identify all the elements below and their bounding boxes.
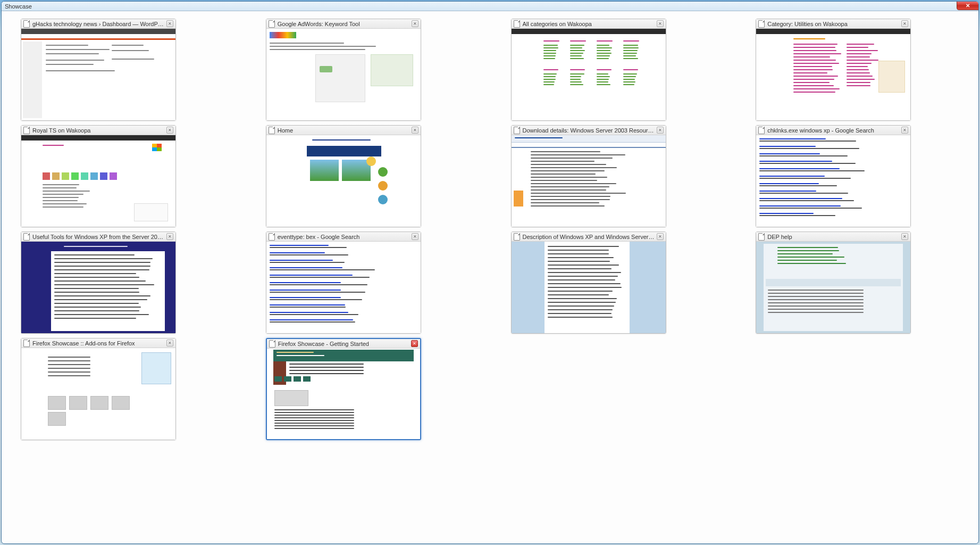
window-title: Showcase (4, 3, 976, 10)
page-icon (269, 127, 275, 134)
page-icon (23, 233, 30, 241)
thumbnail-header: chklnks.exe windows xp - Google Search✕ (756, 126, 910, 135)
thumbnail-header: All categories on Wakoopa✕ (512, 19, 666, 29)
page-icon (758, 127, 765, 134)
thumbnail-title: Description of Windows XP and Windows Se… (523, 234, 655, 240)
thumbnail-close-button[interactable]: ✕ (901, 233, 908, 240)
thumbnail-close-button[interactable]: ✕ (412, 127, 418, 134)
thumbnail-header: gHacks technology news › Dashboard — Wor… (21, 19, 175, 29)
thumbnail-header: Description of Windows XP and Windows Se… (512, 232, 666, 242)
thumbnail-preview (756, 29, 910, 120)
thumbnail-header: Firefox Showcase :: Add-ons for Firefox✕ (21, 338, 175, 348)
thumbnail-title: Firefox Showcase - Getting Started (278, 341, 409, 347)
page-icon (23, 20, 30, 28)
tab-thumbnail[interactable]: Firefox Showcase - Getting Started✕ (266, 338, 421, 440)
thumbnail-preview (21, 348, 175, 440)
thumbnail-header: DEP help✕ (756, 232, 910, 242)
page-icon (758, 20, 765, 28)
thumbnail-title: All categories on Wakoopa (523, 21, 655, 27)
page-icon (514, 233, 520, 241)
thumbnail-title: DEP help (767, 234, 900, 240)
thumbnail-close-button[interactable]: ✕ (166, 340, 173, 346)
page-icon (269, 20, 275, 28)
thumbnail-header: Useful Tools for Windows XP from the Ser… (21, 232, 175, 242)
thumbnail-preview (266, 242, 421, 333)
thumbnail-close-button[interactable]: ✕ (166, 127, 173, 134)
thumbnail-close-button[interactable]: ✕ (657, 20, 664, 27)
thumbnail-header: Firefox Showcase - Getting Started✕ (267, 339, 420, 349)
tab-thumbnail[interactable]: Description of Windows XP and Windows Se… (511, 232, 666, 334)
thumbnail-header: Home✕ (266, 126, 421, 135)
thumbnail-title: Category: Utilities on Wakoopa (767, 21, 900, 27)
window-close-button[interactable]: ✕ (957, 1, 979, 10)
thumbnail-preview (756, 242, 910, 333)
tab-thumbnail[interactable]: Useful Tools for Windows XP from the Ser… (21, 232, 176, 334)
thumbnail-preview (512, 242, 666, 333)
thumbnail-preview (756, 135, 910, 227)
page-icon (758, 233, 765, 241)
thumbnail-preview (266, 135, 421, 227)
tab-thumbnail[interactable]: gHacks technology news › Dashboard — Wor… (21, 19, 176, 121)
thumbnail-title: Firefox Showcase :: Add-ons for Firefox (32, 340, 165, 346)
thumbnail-preview (21, 135, 175, 227)
thumbnail-header: Royal TS on Wakoopa✕ (21, 126, 175, 135)
tab-thumbnail[interactable]: DEP help✕ (756, 232, 911, 334)
thumbnail-close-button[interactable]: ✕ (901, 127, 908, 134)
page-icon (514, 127, 520, 134)
tab-thumbnail[interactable]: Home✕ (266, 125, 421, 227)
thumbnail-preview (512, 135, 666, 227)
thumbnail-title: Home (278, 127, 410, 134)
thumbnail-close-button[interactable]: ✕ (166, 20, 173, 27)
thumbnail-close-button[interactable]: ✕ (411, 340, 418, 347)
page-icon (269, 340, 275, 348)
tab-thumbnail[interactable]: Google AdWords: Keyword Tool✕ (266, 19, 421, 121)
thumbnail-title: gHacks technology news › Dashboard — Wor… (32, 21, 165, 27)
titlebar: Showcase ✕ (2, 2, 978, 11)
thumbnail-header: eventtype: bex - Google Search✕ (266, 232, 421, 242)
thumbnail-close-button[interactable]: ✕ (657, 233, 664, 240)
tab-thumbnail[interactable]: Royal TS on Wakoopa✕ (21, 125, 176, 227)
thumbnail-preview (512, 29, 666, 120)
thumbnail-title: chklnks.exe windows xp - Google Search (767, 127, 900, 134)
tab-thumbnail[interactable]: All categories on Wakoopa✕ (511, 19, 666, 121)
tab-thumbnail[interactable]: Category: Utilities on Wakoopa✕ (756, 19, 911, 121)
thumbnail-title: Royal TS on Wakoopa (32, 127, 165, 134)
page-icon (269, 233, 275, 241)
thumbnail-preview (267, 349, 420, 439)
thumbnail-header: Download details: Windows Server 2003 Re… (512, 126, 666, 135)
thumbnail-grid: gHacks technology news › Dashboard — Wor… (2, 11, 978, 543)
tab-thumbnail[interactable]: chklnks.exe windows xp - Google Search✕ (756, 125, 911, 227)
thumbnail-close-button[interactable]: ✕ (166, 233, 173, 240)
thumbnail-preview (21, 29, 175, 120)
thumbnail-preview (266, 29, 421, 120)
tab-thumbnail[interactable]: Download details: Windows Server 2003 Re… (511, 125, 666, 227)
thumbnail-title: Google AdWords: Keyword Tool (278, 21, 410, 27)
thumbnail-close-button[interactable]: ✕ (657, 127, 664, 134)
thumbnail-title: eventtype: bex - Google Search (278, 234, 410, 240)
thumbnail-preview (21, 242, 175, 333)
thumbnail-close-button[interactable]: ✕ (412, 20, 418, 27)
page-icon (514, 20, 520, 28)
thumbnail-title: Download details: Windows Server 2003 Re… (523, 127, 655, 134)
page-icon (23, 127, 30, 134)
tab-thumbnail[interactable]: Firefox Showcase :: Add-ons for Firefox✕ (21, 338, 176, 440)
thumbnail-header: Google AdWords: Keyword Tool✕ (266, 19, 421, 29)
tab-thumbnail[interactable]: eventtype: bex - Google Search✕ (266, 232, 421, 334)
showcase-window: Showcase ✕ gHacks technology news › Dash… (1, 1, 979, 544)
thumbnail-header: Category: Utilities on Wakoopa✕ (756, 19, 910, 29)
thumbnail-title: Useful Tools for Windows XP from the Ser… (32, 234, 165, 240)
thumbnail-close-button[interactable]: ✕ (412, 233, 418, 240)
page-icon (23, 340, 30, 347)
thumbnail-close-button[interactable]: ✕ (901, 20, 908, 27)
